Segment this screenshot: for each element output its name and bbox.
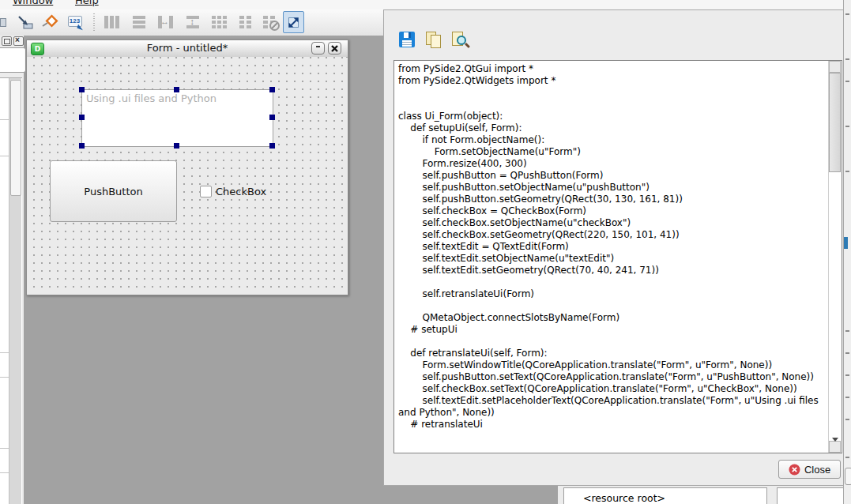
edit-widgets-icon (0, 15, 6, 29)
layout-horizontal-icon (104, 16, 119, 28)
property-row-stub (845, 419, 849, 420)
selection-handle-middle-left[interactable] (79, 115, 85, 120)
edit-buddies-icon (41, 14, 60, 30)
toolbar-button-edit-widgets[interactable] (0, 11, 10, 33)
list-separator (0, 119, 9, 120)
list-separator (0, 472, 9, 473)
list-separator (0, 156, 9, 156)
list-separator (0, 352, 9, 353)
textedit-widget[interactable]: Using .ui files and Python (81, 89, 273, 147)
dock-float-button[interactable] (2, 36, 12, 46)
property-row-stub (845, 58, 849, 60)
textedit-placeholder: Using .ui files and Python (86, 92, 217, 104)
form-title: Form - untitled* (27, 42, 348, 54)
selection-handle-bottom-center[interactable] (174, 143, 179, 149)
property-row-stub (845, 397, 849, 398)
close-dialog-button[interactable]: Close (778, 460, 841, 479)
toolbar-button-break-layout[interactable] (258, 11, 280, 33)
menu-item-help[interactable]: Help (75, 0, 99, 6)
selected-property-stub (844, 237, 848, 249)
pushbutton-widget[interactable]: PushButton (50, 160, 177, 222)
minimize-button[interactable] (311, 42, 325, 55)
property-row-stub (845, 374, 849, 376)
toolbar-button-adjust-size[interactable] (283, 11, 304, 33)
toolbar-button-layout-grid[interactable] (209, 11, 230, 33)
copy-icon (425, 32, 442, 47)
selection-handle-bottom-right[interactable] (269, 143, 275, 149)
selection-handle-middle-right[interactable] (269, 115, 275, 120)
menu-item-window[interactable]: Window (13, 0, 53, 6)
find-button[interactable] (447, 28, 471, 51)
scrollbar-thumb[interactable] (10, 80, 21, 196)
layout-form-icon (239, 16, 251, 28)
magnifier-icon (457, 36, 466, 45)
checkbox-indicator[interactable] (200, 186, 212, 197)
toolbar-button-edit-buddies[interactable] (40, 11, 61, 33)
adjust-size-icon (286, 15, 301, 30)
form-canvas[interactable]: Using .ui files and Python PushButton Ch… (27, 57, 346, 293)
toolbar-button-layout-splitter-vertical[interactable] (182, 11, 203, 33)
float-icon (4, 39, 10, 44)
layout-splitter-horizontal-icon (158, 16, 173, 28)
resource-browser: <resource root> (558, 486, 851, 504)
toolbar-button-edit-signals-slots[interactable] (14, 11, 36, 33)
scroll-up-button[interactable] (829, 61, 841, 73)
close-button[interactable] (328, 42, 341, 55)
list-separator (0, 448, 9, 449)
widget-filter-input[interactable] (0, 47, 26, 73)
resource-tree[interactable]: <resource root> (563, 487, 767, 504)
save-button[interactable] (395, 28, 419, 51)
resource-root-item[interactable]: <resource root> (564, 488, 766, 504)
scroll-down-button[interactable] (829, 441, 841, 453)
selection-handle-top-left[interactable] (79, 87, 85, 92)
save-icon (399, 32, 415, 47)
qt-designer-window: Window Help 123 (0, 0, 851, 504)
widget-box-scrollbar[interactable] (9, 78, 21, 504)
pushbutton-label: PushButton (84, 186, 142, 197)
code-text: from PySide2.QtGui import * from PySide2… (394, 61, 842, 431)
dock-close-button[interactable]: × (13, 36, 24, 46)
close-circle-icon (789, 464, 800, 476)
arrow-down-icon (832, 438, 838, 453)
property-row-stub (845, 171, 849, 172)
find-icon (450, 32, 468, 47)
toolbar-button-layout-form[interactable] (235, 11, 256, 33)
scrollbar-thumb[interactable] (829, 73, 841, 172)
tab-order-label: 123 (68, 16, 82, 27)
close-x-icon (330, 44, 339, 53)
property-row-stub (845, 13, 849, 15)
layout-vertical-icon (133, 16, 145, 28)
close-button-label: Close (804, 464, 830, 476)
selection-handle-top-center[interactable] (174, 87, 179, 92)
code-area[interactable]: from PySide2.QtGui import * from PySide2… (393, 60, 842, 453)
menubar: Window Help (0, 0, 851, 9)
button-stub (845, 468, 851, 485)
toolbar-button-layout-horizontal[interactable] (101, 11, 122, 33)
checkbox-widget[interactable]: CheckBox (200, 186, 266, 197)
checkbox-label: CheckBox (216, 186, 266, 197)
resource-panel-secondary[interactable] (777, 487, 851, 504)
toolbar-separator (93, 13, 95, 32)
minimize-icon (316, 46, 320, 47)
selection-handle-top-right[interactable] (269, 87, 275, 92)
form-window: D Form - untitled* Using .ui files and P… (26, 39, 348, 295)
list-separator (0, 377, 9, 378)
close-icon: × (15, 36, 20, 44)
toolbar-button-layout-vertical[interactable] (128, 11, 149, 33)
copy-button[interactable] (422, 28, 446, 51)
property-row-stub (845, 457, 849, 458)
property-editor-strip (843, 0, 851, 504)
toolbar-button-layout-splitter-horizontal[interactable] (155, 11, 176, 33)
code-scrollbar[interactable] (828, 61, 842, 453)
form-titlebar[interactable]: D Form - untitled* (27, 40, 348, 58)
edit-tab-order-icon: 123 (68, 15, 84, 29)
edit-signals-slots-icon (17, 14, 34, 30)
property-row-stub (845, 81, 849, 82)
code-preview-dialog: from PySide2.QtGui import * from PySide2… (383, 9, 843, 486)
widget-box-list[interactable] (0, 77, 22, 504)
break-layout-icon (263, 16, 275, 28)
toolbar-button-edit-tab-order[interactable]: 123 (65, 11, 86, 33)
selection-handle-bottom-left[interactable] (79, 143, 85, 149)
layout-grid-icon (212, 16, 227, 28)
property-row-stub (845, 126, 849, 127)
